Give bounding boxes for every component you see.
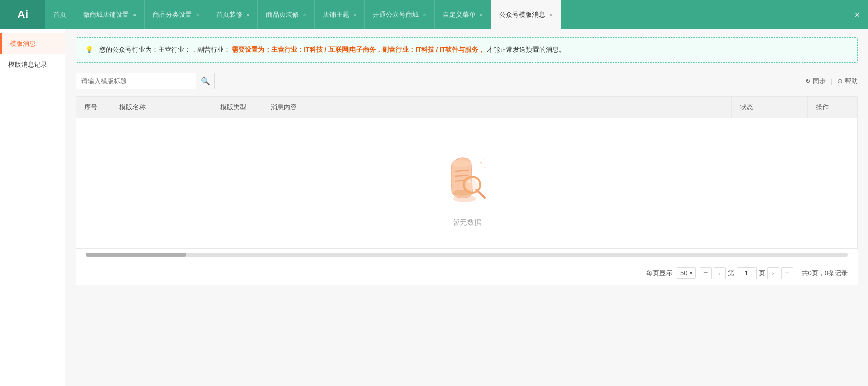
next-page-button[interactable]: › (767, 267, 779, 279)
first-page-button[interactable]: ⊢ (700, 267, 712, 279)
nav-tab-theme[interactable]: 店铺主题 × (315, 0, 365, 29)
scrollbar-thumb[interactable] (86, 253, 186, 257)
page-prefix-label: 第 (728, 269, 735, 278)
col-header-name: 模版名称 (111, 96, 212, 118)
nav-tab-open-mall[interactable]: 开通公众号商城 × (365, 0, 434, 29)
col-header-content: 消息内容 (262, 96, 732, 118)
nav-tab-home-decor-close[interactable]: × (246, 12, 249, 18)
nav-tab-weshop-label: 微商城店铺设置 (83, 10, 129, 19)
search-right: ↻ 同步 | ⊙ 帮助 (805, 76, 858, 86)
col-header-status: 状态 (732, 96, 808, 118)
help-button[interactable]: ⊙ 帮助 (837, 76, 858, 86)
nav-tab-home[interactable]: 首页 (45, 0, 75, 29)
svg-point-11 (484, 167, 485, 168)
help-icon: ⊙ (837, 77, 843, 85)
nav-tab-product-decor-label: 商品页装修 (266, 10, 299, 19)
nav-tab-product-decor[interactable]: 商品页装修 × (258, 0, 314, 29)
last-page-button[interactable]: ⊣ (781, 267, 793, 279)
nav-tabs: 首页 微商城店铺设置 × 商品分类设置 × 首页装修 × 商品页装修 × 店铺主… (45, 0, 846, 29)
per-page-value: 50 (680, 269, 687, 277)
empty-icon-wrapper (76, 148, 857, 210)
nav-tab-template-msg-label: 公众号模版消息 (499, 10, 545, 19)
svg-point-8 (466, 179, 478, 191)
nav-tab-theme-close[interactable]: × (353, 12, 356, 18)
pagination: 每页显示 50 ▾ ⊢ ‹ 第 页 › ⊣ 共0页，0条记录 (76, 261, 858, 285)
notice-box: 💡 您的公众号行业为：主营行业：，副营行业： 需要设置为：主营行业：IT科技 /… (76, 37, 858, 63)
col-header-seq: 序号 (76, 96, 111, 118)
close-all-button[interactable]: × (846, 0, 868, 29)
data-table: 序号 模版名称 模版类型 消息内容 状态 操作 (76, 96, 858, 248)
page-number-input[interactable] (737, 267, 757, 279)
nav-tab-theme-label: 店铺主题 (323, 10, 349, 19)
search-input[interactable] (76, 73, 196, 89)
search-icon: 🔍 (201, 76, 210, 86)
notice-highlight: 需要设置为：主营行业：IT科技 / 互联网|电子商务，副营行业：IT科技 / I… (232, 46, 485, 53)
divider: | (831, 77, 832, 85)
svg-point-1 (452, 160, 471, 167)
svg-point-10 (480, 162, 482, 164)
prev-page-button[interactable]: ‹ (714, 267, 726, 279)
nav-tab-category[interactable]: 商品分类设置 × (145, 0, 208, 29)
help-label: 帮助 (845, 76, 858, 86)
page-unit-label: 页 (759, 269, 765, 278)
nav-tab-custom-menu-close[interactable]: × (480, 12, 483, 18)
per-page-dropdown-icon: ▾ (690, 270, 692, 276)
nav-tab-custom-menu[interactable]: 自定义菜单 × (435, 0, 491, 29)
empty-state-illustration (437, 148, 497, 209)
nav-tab-open-mall-label: 开通公众号商城 (373, 10, 419, 19)
nav-tab-category-label: 商品分类设置 (153, 10, 192, 19)
per-page-label: 每页显示 (646, 269, 673, 278)
nav-tab-home-label: 首页 (53, 10, 66, 19)
empty-state: 暂无数据 (76, 118, 857, 248)
app-logo: Ai (0, 0, 45, 29)
nav-tab-home-decor[interactable]: 首页装修 × (208, 0, 258, 29)
sidebar-item-template-log-label: 模版消息记录 (8, 61, 47, 68)
search-button[interactable]: 🔍 (196, 73, 215, 89)
svg-point-9 (468, 180, 471, 183)
total-info: 共0页，0条记录 (802, 269, 848, 278)
nav-tab-home-decor-label: 首页装修 (216, 10, 242, 19)
nav-tab-category-close[interactable]: × (196, 12, 199, 18)
main-layout: 模版消息 模版消息记录 💡 您的公众号行业为：主营行业：，副营行业： 需要设置为… (0, 29, 868, 386)
scrollbar-track[interactable] (86, 253, 848, 257)
scrollbar-area[interactable] (76, 248, 858, 261)
sidebar-item-template-msg[interactable]: 模版消息 (0, 33, 65, 54)
sync-button[interactable]: ↻ 同步 (805, 76, 826, 86)
nav-tab-open-mall-close[interactable]: × (423, 12, 426, 18)
col-header-action: 操作 (808, 96, 858, 118)
sync-label: 同步 (813, 76, 826, 86)
sidebar: 模版消息 模版消息记录 (0, 29, 65, 386)
nav-tab-weshop-close[interactable]: × (133, 12, 136, 18)
search-bar: 🔍 ↻ 同步 | ⊙ 帮助 (76, 73, 858, 89)
svg-point-12 (483, 159, 484, 160)
sidebar-item-template-msg-label: 模版消息 (10, 40, 36, 47)
sync-icon: ↻ (805, 77, 811, 85)
nav-tab-product-decor-close[interactable]: × (303, 12, 306, 18)
nav-tab-custom-menu-label: 自定义菜单 (443, 10, 476, 19)
nav-tab-template-msg[interactable]: 公众号模版消息 × (491, 0, 561, 29)
content-area: 💡 您的公众号行业为：主营行业：，副营行业： 需要设置为：主营行业：IT科技 /… (65, 29, 868, 386)
search-left: 🔍 (76, 73, 215, 89)
pagination-nav: ⊢ ‹ 第 页 › ⊣ (700, 267, 793, 279)
empty-text: 暂无数据 (76, 218, 857, 227)
notice-suffix: 才能正常发送预置的消息。 (487, 46, 565, 53)
nav-tab-template-msg-close[interactable]: × (549, 12, 552, 18)
sidebar-item-template-log[interactable]: 模版消息记录 (0, 54, 65, 75)
top-nav: Ai 首页 微商城店铺设置 × 商品分类设置 × 首页装修 × 商品页装修 × … (0, 0, 868, 29)
nav-tab-weshop[interactable]: 微商城店铺设置 × (75, 0, 145, 29)
per-page-select[interactable]: 50 ▾ (677, 267, 695, 279)
col-header-type: 模版类型 (212, 96, 262, 118)
notice-prefix: 您的公众号行业为：主营行业：，副营行业： (99, 46, 230, 53)
notice-icon: 💡 (85, 46, 93, 53)
